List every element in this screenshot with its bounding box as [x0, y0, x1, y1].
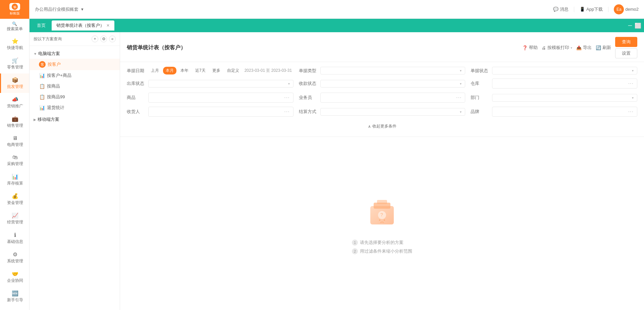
date-btn-custom[interactable]: 自定义 [224, 67, 242, 74]
sidebar-item-finance[interactable]: 💰 资金管理 [0, 190, 29, 209]
filter-out-status: 出库状态 ▾ [127, 80, 293, 88]
tabbar: 首页 销货单统计表（按客户） ✕ ─ ⬜ [30, 19, 644, 32]
sidebar-item-ecommerce[interactable]: 🖥 电商管理 [0, 132, 29, 151]
tab-close-btn[interactable]: ✕ [106, 23, 110, 28]
date-btn-7days[interactable]: 近7天 [193, 67, 208, 74]
payment-status-select[interactable]: ▾ [320, 80, 466, 88]
dropdown-icon[interactable]: ▾ [81, 7, 84, 12]
brand-dots-icon: ··· [628, 109, 634, 115]
goods-input[interactable]: ··· [148, 93, 293, 103]
tree-item-goods[interactable]: 📋 按商品 [30, 81, 120, 92]
brand-label: 品牌 [471, 109, 489, 115]
filter-doc-status: 单据状态 ▾ [471, 67, 637, 74]
sidebar-item-operations[interactable]: 📈 经营管理 [0, 209, 29, 228]
divider [574, 7, 574, 12]
settings-button[interactable]: 设置 [615, 48, 637, 58]
tree-mobile-label: 移动端方案 [38, 116, 59, 122]
warehouse-label: 仓库 [471, 81, 489, 87]
tab-home[interactable]: 首页 [32, 20, 50, 31]
svg-text:畅: 畅 [13, 5, 16, 9]
tip-2: 2 用过滤条件来缩小分析范围 [352, 248, 412, 254]
receiver-input[interactable]: ··· [148, 107, 293, 117]
left-panel-actions: + ⚙ « [92, 36, 116, 42]
department-select[interactable]: ▾ [492, 94, 637, 102]
sidebar-item-quicknav[interactable]: ⭐ 快捷导航 [0, 35, 29, 54]
sidebar-item-sales[interactable]: 💼 销售管理 [0, 112, 29, 132]
sidebar-item-retail[interactable]: 🛒 零售管理 [0, 54, 29, 73]
settlement-select[interactable]: ▾ [320, 108, 466, 116]
scheme-settings-btn[interactable]: ⚙ [100, 36, 107, 42]
collapse-panel-btn[interactable]: « [109, 36, 116, 42]
doc-status-select[interactable]: ▾ [492, 67, 637, 74]
chevron-down-icon: ▾ [460, 69, 462, 72]
tree-desktop[interactable]: ▼ 电脑端方案 [30, 49, 120, 59]
tip-1: 1 请先选择要分析的方案 [352, 240, 412, 246]
export-btn[interactable]: 📤 导出 [576, 45, 592, 51]
sidebar-item-inventory[interactable]: 📊 库存核算 [0, 170, 29, 190]
content-area: 按以下方案查询 + ⚙ « ▼ 电脑端方案 客 按客户 📊 按客 [30, 32, 644, 310]
brand-input[interactable]: ··· [492, 107, 637, 117]
tree-item-return[interactable]: 📊 退货统计 [30, 102, 120, 113]
query-button[interactable]: 查询 [615, 37, 637, 47]
sidebar-item-basic-info[interactable]: ℹ 基础信息 [0, 228, 29, 248]
tab-maximize-btn[interactable]: ⬜ [635, 22, 641, 29]
receiver-label: 收货人 [127, 109, 146, 115]
sidebar-item-marketing[interactable]: 📣 营销推广 [0, 93, 29, 112]
sidebar-item-enterprise[interactable]: 🤝 企业协同 [0, 267, 29, 287]
sidebar: 畅 标账版 🔍 搜索菜单 ⭐ 快捷导航 🛒 零售管理 📦 批发管理 📣 营销推广… [0, 0, 30, 310]
filter-settlement: 结算方式 ▾ [299, 108, 466, 116]
chevron-down-icon2: ▾ [632, 69, 634, 72]
sidebar-item-wholesale[interactable]: 📦 批发管理 [0, 73, 29, 93]
doc-type-select[interactable]: ▾ [320, 67, 466, 74]
date-btn-this-month[interactable]: 本月 [163, 67, 176, 74]
left-panel: 按以下方案查询 + ⚙ « ▼ 电脑端方案 客 按客户 📊 按客 [30, 32, 120, 310]
tab-minimize-btn[interactable]: ─ [628, 22, 632, 29]
sidebar-item-appcenter[interactable]: 🔧 应用中心 [0, 306, 29, 310]
print-btn[interactable]: 🖨 按模板打印 ▾ [542, 45, 572, 51]
tree-item-customer-goods[interactable]: 📊 按客户+商品 [30, 70, 120, 81]
search-icon: 🔍 [1, 21, 28, 26]
tree-mobile[interactable]: ▶ 移动端方案 [30, 114, 120, 124]
filter-area: 单据日期 上月 本月 本年 近7天 更多 自定义 2023-03-01 至 20… [120, 62, 644, 137]
page-header: 销货单统计表（按客户） ❓ 帮助 🖨 按模板打印 ▾ 📤 导出 [120, 32, 644, 62]
tab-sales-stats[interactable]: 销货单统计表（按客户） ✕ [52, 20, 114, 31]
tree-section: ▼ 电脑端方案 客 按客户 📊 按客户+商品 📋 按商品 📋 按商品9 [30, 46, 120, 127]
chevron-down-icon3: ▾ [288, 82, 290, 86]
customer-icon: 客 [39, 61, 46, 68]
sidebar-item-search[interactable]: 🔍 搜索菜单 [0, 19, 29, 35]
help-btn[interactable]: ❓ 帮助 [522, 45, 538, 51]
tree-item-goods99[interactable]: 📋 按商品99 [30, 92, 120, 102]
collapse-bar[interactable]: ∧ 收起更多条件 [127, 121, 637, 132]
app-download-btn[interactable]: 📱 App下载 [580, 6, 603, 12]
logo-text: 标账版 [10, 11, 20, 16]
date-btn-last-month[interactable]: 上月 [148, 67, 162, 74]
goods99-icon: 📋 [39, 94, 45, 100]
empty-state: ? 1 请先选择要分析的方案 2 用过滤条件来缩小分析范围 [120, 137, 644, 310]
out-status-select[interactable]: ▾ [148, 80, 293, 88]
sidebar-item-system[interactable]: ⚙ 系统管理 [0, 248, 29, 267]
tree-item-customer[interactable]: 客 按客户 [30, 59, 120, 70]
topbar-right-area: 💬 消息 📱 App下载 Ea demo2 [553, 4, 639, 14]
sidebar-item-newguide[interactable]: 🆕 新手引导 [0, 287, 29, 306]
warehouse-input[interactable]: ··· [492, 79, 637, 89]
sidebar-item-purchase[interactable]: 🛍 采购管理 [0, 151, 29, 170]
receiver-dots-icon: ··· [284, 109, 289, 115]
page-actions: ❓ 帮助 🖨 按模板打印 ▾ 📤 导出 🔄 刷新 [522, 37, 637, 58]
page-title: 销货单统计表（按客户） [127, 44, 186, 51]
date-btn-this-year[interactable]: 本年 [178, 67, 191, 74]
logo-icon: 畅 [9, 3, 20, 10]
tree-arrow: ▼ [34, 52, 37, 56]
salesman-dots-icon: ··· [456, 95, 462, 101]
department-label: 部门 [471, 95, 489, 101]
date-btn-more[interactable]: 更多 [210, 67, 223, 74]
topbar-title-area: 办公用品行业模拟账套 ▾ [35, 6, 84, 12]
goods-icon: 📋 [39, 83, 45, 89]
left-panel-header: 按以下方案查询 + ⚙ « [30, 32, 120, 46]
user-avatar-btn[interactable]: Ea demo2 [614, 4, 639, 14]
filter-receiver: 收货人 ··· [127, 107, 293, 117]
settlement-chevron-icon: ▾ [460, 110, 462, 114]
add-scheme-btn[interactable]: + [92, 36, 98, 42]
message-btn[interactable]: 💬 消息 [553, 6, 569, 12]
salesman-input[interactable]: ··· [320, 93, 466, 103]
refresh-btn[interactable]: 🔄 刷新 [596, 45, 611, 51]
